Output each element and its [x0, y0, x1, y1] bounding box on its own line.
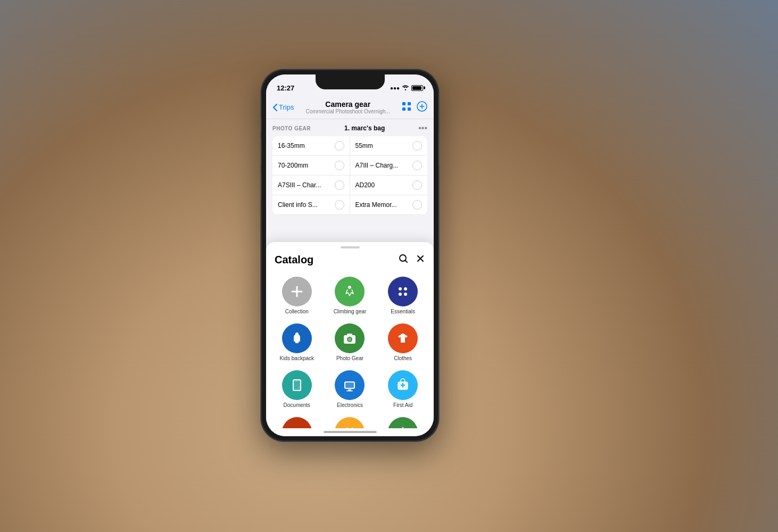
- nav-subtitle: Commercial Photoshoot Overnigh...: [294, 109, 402, 114]
- catalog-item-label: Documents: [284, 402, 311, 409]
- svg-point-26: [345, 428, 349, 428]
- add-circle-icon[interactable]: [417, 101, 427, 114]
- catalog-grid: Collection Climbing gear: [266, 271, 434, 428]
- gear-checkbox[interactable]: [335, 200, 344, 210]
- clothes-icon-circle: [388, 323, 418, 353]
- power-button: [438, 133, 439, 165]
- nav-center: Camera gear Commercial Photoshoot Overni…: [294, 100, 402, 114]
- catalog-item-outdoors[interactable]: Outdoors: [378, 414, 427, 428]
- photo-icon-circle: [335, 323, 365, 353]
- catalog-item-climbing[interactable]: Climbing gear: [326, 273, 375, 318]
- catalog-header: Catalog: [266, 251, 434, 271]
- catalog-item-collection[interactable]: Collection: [272, 273, 321, 318]
- svg-point-5: [400, 255, 406, 261]
- svg-point-9: [399, 293, 402, 296]
- svg-point-27: [351, 428, 354, 428]
- gear-checkbox[interactable]: [412, 161, 422, 170]
- gear-checkbox[interactable]: [335, 161, 344, 170]
- notch: [316, 74, 385, 89]
- volume-up-button: [261, 138, 261, 165]
- svg-rect-0: [402, 102, 405, 105]
- table-row[interactable]: 70-200mm: [272, 156, 350, 176]
- gear-item-name: A7SIII – Char...: [278, 181, 321, 189]
- kids-icon-circle: [282, 323, 312, 353]
- scene: 12:27 ●●●: [0, 0, 778, 532]
- svg-point-8: [404, 287, 407, 290]
- nav-actions: [402, 101, 427, 114]
- grid-icon[interactable]: [402, 102, 411, 113]
- catalog-item-label: Electronics: [337, 402, 363, 409]
- catalog-item-kids[interactable]: Kids backpack: [272, 320, 321, 365]
- signal-icon: ●●●: [390, 85, 400, 91]
- gear-section-header: PHOTO GEAR 1. marc's bag •••: [272, 123, 427, 133]
- kitchen-icon-circle: [282, 417, 312, 428]
- catalog-item-documents[interactable]: Documents: [272, 367, 321, 412]
- gear-grid: 16-35mm 55mm 70-200mm A7III – Charg...: [272, 136, 427, 215]
- gear-checkbox[interactable]: [412, 200, 422, 210]
- home-indicator: [324, 431, 377, 433]
- catalog-item-kitchen[interactable]: Kitchen: [272, 414, 321, 428]
- gear-item-name: AD200: [355, 181, 375, 189]
- mute-button: [261, 117, 261, 132]
- table-row[interactable]: Extra Memor...: [350, 195, 428, 215]
- table-row[interactable]: A7SIII – Char...: [272, 176, 350, 195]
- gear-checkbox[interactable]: [412, 180, 422, 190]
- catalog-item-label: First Aid: [393, 402, 412, 409]
- catalog-title: Catalog: [275, 254, 313, 266]
- firstaid-icon-circle: [388, 370, 418, 400]
- table-row[interactable]: AD200: [350, 176, 428, 195]
- catalog-item-label: Essentials: [391, 309, 415, 315]
- catalog-item-label: Kids backpack: [280, 355, 314, 362]
- catalog-sheet: Catalog: [266, 242, 434, 436]
- svg-rect-15: [347, 334, 352, 336]
- svg-rect-3: [408, 107, 411, 111]
- catalog-handle: [341, 246, 360, 248]
- battery-icon: [411, 85, 423, 91]
- catalog-item-label: Collection: [285, 309, 309, 315]
- essentials-icon-circle: [388, 277, 418, 306]
- back-button[interactable]: Trips: [272, 103, 294, 112]
- catalog-header-icons: [399, 254, 425, 266]
- table-row[interactable]: Client info S...: [272, 195, 350, 215]
- misc-icon-circle: [335, 417, 365, 428]
- gear-bag-label: 1. marc's bag: [344, 124, 385, 132]
- gear-dots[interactable]: •••: [418, 123, 427, 133]
- catalog-item-firstaid[interactable]: First Aid: [378, 367, 427, 412]
- svg-point-7: [399, 287, 402, 290]
- volume-down-button: [261, 173, 261, 200]
- catalog-item-essentials[interactable]: Essentials: [378, 273, 427, 318]
- gear-item-name: 70-200mm: [278, 162, 308, 169]
- gear-list: PHOTO GEAR 1. marc's bag ••• 16-35mm 55m…: [266, 119, 434, 217]
- table-row[interactable]: 55mm: [350, 136, 428, 156]
- svg-rect-1: [408, 102, 411, 105]
- status-icons: ●●●: [390, 85, 423, 92]
- table-row[interactable]: A7III – Charg...: [350, 156, 428, 176]
- documents-icon-circle: [282, 370, 312, 400]
- collection-icon-circle: [282, 277, 312, 306]
- gear-item-name: Client info S...: [278, 201, 318, 209]
- gear-item-name: 55mm: [355, 142, 373, 149]
- outdoors-icon-circle: [388, 417, 418, 428]
- gear-checkbox[interactable]: [412, 141, 422, 151]
- search-icon[interactable]: [399, 254, 408, 266]
- nav-bar: Trips Camera gear Commercial Photoshoot …: [266, 98, 434, 119]
- climbing-icon-circle: [335, 277, 365, 306]
- svg-rect-20: [348, 389, 351, 390]
- table-row[interactable]: 16-35mm: [272, 136, 350, 156]
- gear-checkbox[interactable]: [335, 180, 344, 190]
- close-icon[interactable]: [416, 254, 425, 266]
- phone-screen: 12:27 ●●●: [266, 74, 434, 436]
- catalog-item-clothes[interactable]: Clothes: [378, 320, 427, 365]
- gear-item-name: 16-35mm: [278, 142, 305, 149]
- catalog-item-electronics[interactable]: Electronics: [326, 367, 375, 412]
- gear-item-name: A7III – Charg...: [355, 162, 399, 169]
- svg-point-6: [348, 286, 351, 289]
- catalog-item-photo[interactable]: Photo Gear: [326, 320, 375, 365]
- svg-rect-21: [346, 390, 353, 392]
- nav-title: Camera gear: [294, 100, 402, 109]
- electronics-icon-circle: [335, 370, 365, 400]
- catalog-item-misc[interactable]: Miscellany: [326, 414, 375, 428]
- svg-rect-19: [345, 382, 354, 388]
- catalog-item-label: Photo Gear: [336, 355, 363, 362]
- gear-checkbox[interactable]: [335, 141, 344, 151]
